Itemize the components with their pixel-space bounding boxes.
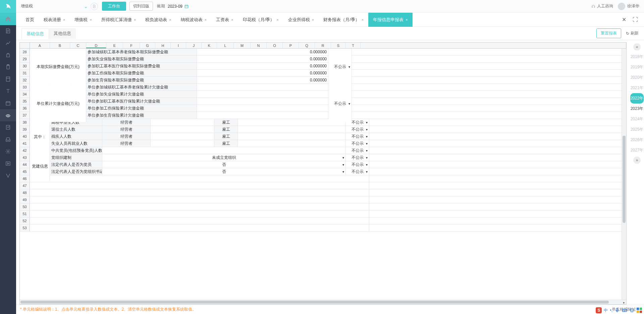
- year-2021年[interactable]: 2021年: [630, 83, 644, 93]
- year-prev-icon[interactable]: «: [633, 43, 641, 51]
- ime-zh-icon[interactable]: 中: [604, 308, 608, 313]
- row-header[interactable]: 49: [20, 196, 30, 203]
- ime-apps-icon[interactable]: [637, 308, 642, 313]
- nav-clipboard-icon[interactable]: [0, 61, 16, 73]
- close-icon[interactable]: ×: [90, 18, 92, 22]
- year-2022年[interactable]: 2022年: [630, 93, 644, 104]
- party-value[interactable]: [102, 147, 346, 154]
- merged-label[interactable]: 不公示▾: [329, 49, 352, 85]
- row-header[interactable]: 32: [20, 77, 30, 83]
- year-2018年[interactable]: 2018年: [630, 52, 644, 62]
- tabs-expand-icon[interactable]: ⛶: [631, 16, 639, 24]
- close-icon[interactable]: ×: [169, 18, 171, 22]
- year-2023年[interactable]: 2023年: [630, 104, 644, 114]
- tab-6[interactable]: 工资表×: [211, 13, 238, 27]
- row-header[interactable]: 34: [20, 91, 30, 98]
- row-header[interactable]: 36: [20, 105, 30, 112]
- tab-8[interactable]: 企业所得税×: [283, 13, 319, 27]
- col-G[interactable]: G: [140, 43, 155, 48]
- row-header[interactable]: 46: [20, 175, 30, 182]
- year-2026年[interactable]: 2026年: [630, 135, 644, 145]
- close-icon[interactable]: ×: [134, 18, 136, 22]
- value-cell[interactable]: [151, 140, 214, 147]
- refresh-button[interactable]: ↻ 刷新: [626, 30, 639, 36]
- vertical-scrollbar[interactable]: [622, 49, 626, 300]
- tab-1[interactable]: 税表清册×: [39, 13, 70, 27]
- corner-cell[interactable]: [20, 43, 30, 48]
- close-icon[interactable]: ×: [63, 18, 65, 22]
- value-cell[interactable]: [197, 84, 328, 90]
- row-header[interactable]: 44: [20, 161, 30, 168]
- value-cell[interactable]: [238, 133, 346, 140]
- row-header[interactable]: 50: [20, 203, 30, 210]
- row-header[interactable]: 28: [20, 49, 30, 55]
- year-2027年[interactable]: 2027年: [630, 145, 644, 155]
- tab-7[interactable]: 印花税（月/季）×: [238, 13, 283, 27]
- value-cell[interactable]: [197, 91, 328, 98]
- col-F[interactable]: F: [123, 43, 140, 48]
- horizontal-scrollbar[interactable]: ◂ ▸: [20, 300, 626, 304]
- nav-v-icon[interactable]: [0, 170, 16, 182]
- hscroll-thumb[interactable]: [20, 301, 609, 304]
- switch-old-button[interactable]: 切到旧版: [129, 2, 153, 11]
- col-K[interactable]: K: [202, 43, 217, 48]
- col-M[interactable]: M: [234, 43, 251, 48]
- value-cell[interactable]: [197, 112, 328, 119]
- tab-9[interactable]: 财务报表（月/季）×: [319, 13, 368, 27]
- account-selector[interactable]: 增值税 ⌄: [21, 3, 88, 9]
- col-I[interactable]: I: [171, 43, 186, 48]
- year-2020年[interactable]: 2020年: [630, 72, 644, 83]
- value-cell[interactable]: [238, 140, 346, 147]
- party-value[interactable]: 否: [102, 161, 346, 168]
- value-cell[interactable]: [151, 119, 214, 126]
- col-T[interactable]: T: [346, 43, 361, 48]
- close-icon[interactable]: ×: [276, 18, 278, 22]
- subtab-basic[interactable]: 基础信息: [21, 28, 49, 39]
- row-header[interactable]: 29: [20, 56, 30, 62]
- nav-active-icon[interactable]: [0, 109, 16, 121]
- row-header[interactable]: 53: [20, 225, 30, 231]
- value-cell[interactable]: [197, 98, 328, 105]
- ime-mic-icon[interactable]: [614, 308, 620, 313]
- row-header[interactable]: 30: [20, 63, 30, 69]
- nav-settings-icon[interactable]: [0, 145, 16, 158]
- row-header[interactable]: 47: [20, 182, 30, 189]
- merged-label[interactable]: 不公示▾: [329, 85, 352, 122]
- nopub-dropdown[interactable]: 不公示: [346, 140, 369, 147]
- col-A[interactable]: A: [30, 43, 50, 48]
- nopub-dropdown[interactable]: 不公示: [346, 161, 369, 168]
- col-P[interactable]: P: [283, 43, 299, 48]
- year-2024年[interactable]: 2024年: [630, 114, 644, 124]
- row-header[interactable]: 37: [20, 112, 30, 119]
- col-R[interactable]: R: [315, 43, 331, 48]
- row-header[interactable]: 51: [20, 210, 30, 217]
- nav-transfer-icon[interactable]: [0, 121, 16, 133]
- nav-text-icon[interactable]: [0, 85, 16, 97]
- value-cell[interactable]: 0.000000: [197, 70, 328, 76]
- year-next-icon[interactable]: »: [633, 156, 641, 164]
- nav-calc-icon[interactable]: [0, 73, 16, 85]
- nav-bag-icon[interactable]: [0, 49, 16, 61]
- nav-calendar-icon[interactable]: [0, 97, 16, 109]
- close-icon[interactable]: ×: [205, 18, 207, 22]
- vscroll-thumb[interactable]: [623, 136, 626, 223]
- nopub-dropdown[interactable]: 不公示: [346, 168, 369, 175]
- col-E[interactable]: E: [106, 43, 123, 48]
- col-S[interactable]: S: [331, 43, 346, 48]
- ime-keyboard-icon[interactable]: [622, 308, 627, 313]
- row-header[interactable]: 39: [20, 126, 30, 133]
- nav-chart-icon[interactable]: [0, 37, 16, 49]
- tab-10[interactable]: 年报信息申报表×: [368, 13, 412, 27]
- col-H[interactable]: H: [155, 43, 171, 48]
- row-header[interactable]: 43: [20, 154, 30, 161]
- worktable-button[interactable]: 工作台: [102, 2, 126, 11]
- row-header[interactable]: 45: [20, 168, 30, 175]
- year-2019年[interactable]: 2019年: [630, 62, 644, 72]
- tab-3[interactable]: 所得税汇算清缴×: [97, 13, 141, 27]
- ime-s-icon[interactable]: S: [596, 307, 602, 313]
- col-L[interactable]: L: [217, 43, 234, 48]
- value-cell[interactable]: 0.000000: [197, 77, 328, 83]
- party-value[interactable]: 未成立党组织: [102, 154, 346, 161]
- tab-0[interactable]: 首页: [21, 13, 39, 27]
- nav-video-icon[interactable]: [0, 158, 16, 170]
